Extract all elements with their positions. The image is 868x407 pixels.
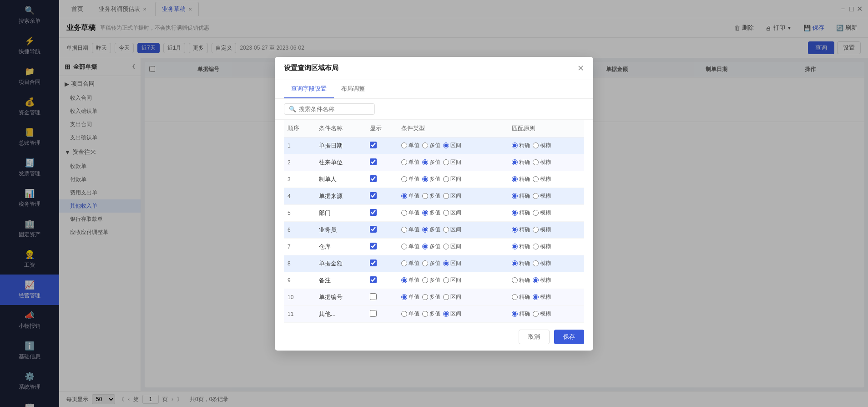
match-option-label[interactable]: 模糊 bbox=[533, 226, 551, 234]
table-row: 8单据金额单值多值区间精确模糊 bbox=[284, 255, 584, 272]
match-option-label[interactable]: 模糊 bbox=[533, 175, 551, 183]
type-option-label[interactable]: 区间 bbox=[443, 209, 461, 217]
match-option-label[interactable]: 模糊 bbox=[533, 209, 551, 217]
show-checkbox[interactable] bbox=[370, 243, 377, 249]
cell-name: 单据来源 bbox=[315, 188, 366, 204]
type-option-label[interactable]: 单值 bbox=[401, 192, 419, 200]
match-option-label[interactable]: 精确 bbox=[512, 243, 530, 250]
show-checkbox[interactable] bbox=[370, 293, 377, 300]
type-option-label[interactable]: 单值 bbox=[401, 243, 419, 250]
type-option-label[interactable]: 单值 bbox=[401, 226, 419, 234]
show-checkbox[interactable] bbox=[370, 276, 377, 283]
type-option-label[interactable]: 单值 bbox=[401, 259, 419, 267]
cell-type: 单值 多值 区间 bbox=[398, 305, 508, 322]
show-checkbox[interactable] bbox=[370, 142, 377, 148]
show-checkbox[interactable] bbox=[370, 226, 377, 233]
modal-close-button[interactable]: ✕ bbox=[577, 63, 584, 73]
show-checkbox[interactable] bbox=[370, 192, 377, 199]
modal-table: 顺序 条件名称 显示 条件类型 匹配原则 1单据日期单值多值区间精确模糊2往来单… bbox=[284, 120, 584, 323]
cell-name: 其他... bbox=[315, 305, 366, 322]
show-checkbox[interactable] bbox=[370, 209, 377, 216]
type-option-label[interactable]: 单值 bbox=[401, 175, 419, 183]
type-option-label[interactable]: 多值 bbox=[422, 192, 440, 200]
type-option-label[interactable]: 区间 bbox=[443, 142, 461, 149]
cell-match: 精确模糊 bbox=[508, 289, 584, 305]
match-option-label[interactable]: 模糊 bbox=[533, 276, 551, 284]
type-option-label[interactable]: 多值 bbox=[422, 175, 440, 183]
cell-type: 单值多值区间 bbox=[398, 221, 508, 238]
type-option-label[interactable]: 多值 bbox=[422, 226, 440, 234]
cell-match: 精确模糊 bbox=[508, 238, 584, 255]
save-button[interactable]: 保存 bbox=[554, 330, 584, 344]
match-option-label[interactable]: 精确 bbox=[512, 175, 530, 183]
cell-match: 精确模糊 bbox=[508, 221, 584, 238]
type-option-label[interactable]: 多值 bbox=[422, 310, 440, 318]
cell-order: 10 bbox=[284, 289, 315, 305]
match-option-label[interactable]: 精确 bbox=[512, 226, 530, 234]
modal: 设置查询区域布局 ✕ 查询字段设置 布局调整 🔍 顺序 条件名称 bbox=[275, 57, 593, 351]
match-option-label[interactable]: 精确 bbox=[512, 192, 530, 200]
table-row: 6业务员单值多值区间精确模糊 bbox=[284, 221, 584, 238]
cell-type: 单值多值区间 bbox=[398, 188, 508, 204]
match-option-label[interactable]: 精确 bbox=[512, 259, 530, 267]
type-option-label[interactable]: 区间 bbox=[443, 310, 461, 318]
modal-tab-layout[interactable]: 布局调整 bbox=[334, 80, 372, 98]
type-option-label[interactable]: 区间 bbox=[443, 226, 461, 234]
modal-tab-fields[interactable]: 查询字段设置 bbox=[284, 80, 334, 98]
match-option-label[interactable]: 模糊 bbox=[533, 142, 551, 149]
type-option-label[interactable]: 单值 bbox=[401, 142, 419, 149]
type-option-label[interactable]: 多值 bbox=[422, 142, 440, 149]
show-checkbox[interactable] bbox=[370, 310, 377, 317]
type-option-label[interactable]: 单值 bbox=[401, 310, 419, 318]
cell-match: 精确模糊 bbox=[508, 255, 584, 272]
cell-show bbox=[366, 238, 398, 255]
type-option-label[interactable]: 多值 bbox=[422, 276, 440, 284]
match-option-label[interactable]: 精确 bbox=[512, 293, 530, 301]
type-option-label[interactable]: 单值 bbox=[401, 209, 419, 217]
match-option-label[interactable]: 精确 bbox=[512, 158, 530, 166]
cell-type: 单值多值区间 bbox=[398, 272, 508, 289]
match-option-label[interactable]: 精确 bbox=[512, 310, 530, 318]
type-option-label[interactable]: 区间 bbox=[443, 276, 461, 284]
type-option-label[interactable]: 多值 bbox=[422, 158, 440, 166]
type-option-label[interactable]: 单值 bbox=[401, 276, 419, 284]
match-option-label[interactable]: 模糊 bbox=[533, 158, 551, 166]
type-option-label[interactable]: 单值 bbox=[401, 158, 419, 166]
cell-type: 单值多值区间 bbox=[398, 204, 508, 221]
type-option-label[interactable]: 单值 bbox=[401, 293, 419, 301]
type-option-label[interactable]: 多值 bbox=[422, 259, 440, 267]
cell-type: 单值多值区间 bbox=[398, 238, 508, 255]
type-option-label[interactable]: 多值 bbox=[422, 209, 440, 217]
type-option-label[interactable]: 区间 bbox=[443, 175, 461, 183]
match-option-label[interactable]: 精确 bbox=[512, 142, 530, 149]
match-option-label[interactable]: 模糊 bbox=[533, 310, 551, 318]
match-option-label[interactable]: 精确 bbox=[512, 209, 530, 217]
type-option-label[interactable]: 多值 bbox=[422, 243, 440, 250]
match-option-label[interactable]: 模糊 bbox=[533, 243, 551, 250]
type-option-label[interactable]: 区间 bbox=[443, 192, 461, 200]
show-checkbox[interactable] bbox=[370, 158, 377, 165]
search-input[interactable] bbox=[299, 106, 363, 112]
show-checkbox[interactable] bbox=[370, 259, 377, 266]
cell-type: 单值多值区间 bbox=[398, 289, 508, 305]
type-option-label[interactable]: 区间 bbox=[443, 158, 461, 166]
cell-match: 精确模糊 bbox=[508, 137, 584, 154]
type-option-label[interactable]: 区间 bbox=[443, 243, 461, 250]
table-row: 11 其他... 单值 多值 区间 精确 模糊 bbox=[284, 305, 584, 322]
match-option-label[interactable]: 模糊 bbox=[533, 259, 551, 267]
cell-name: 部门 bbox=[315, 204, 366, 221]
modal-overlay[interactable]: 设置查询区域布局 ✕ 查询字段设置 布局调整 🔍 顺序 条件名称 bbox=[0, 0, 868, 407]
col-order: 顺序 bbox=[284, 120, 315, 137]
cell-name: 仓库 bbox=[315, 238, 366, 255]
type-option-label[interactable]: 区间 bbox=[443, 259, 461, 267]
match-option-label[interactable]: 模糊 bbox=[533, 293, 551, 301]
cell-name: 单据编号 bbox=[315, 289, 366, 305]
cell-match: 精确模糊 bbox=[508, 272, 584, 289]
type-option-label[interactable]: 多值 bbox=[422, 293, 440, 301]
match-option-label[interactable]: 精确 bbox=[512, 276, 530, 284]
type-option-label[interactable]: 区间 bbox=[443, 293, 461, 301]
match-option-label[interactable]: 模糊 bbox=[533, 192, 551, 200]
cell-name: 备注 bbox=[315, 272, 366, 289]
show-checkbox[interactable] bbox=[370, 175, 377, 182]
cancel-button[interactable]: 取消 bbox=[519, 330, 550, 344]
